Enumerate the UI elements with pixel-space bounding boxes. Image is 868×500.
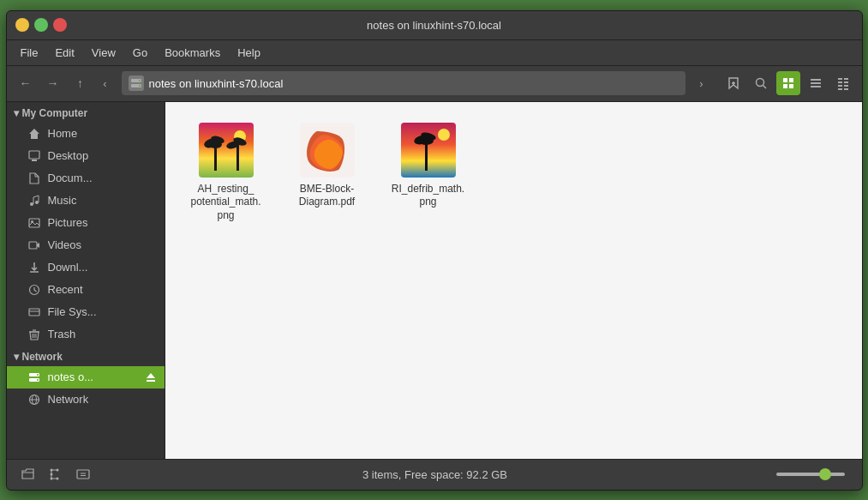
menu-help[interactable]: Help xyxy=(230,44,267,62)
svg-point-2 xyxy=(139,80,141,81)
svg-rect-15 xyxy=(838,78,842,80)
file-thumbnail xyxy=(199,123,254,178)
sidebar-item-home[interactable]: Home xyxy=(7,123,165,145)
recent-icon xyxy=(27,283,41,297)
svg-line-7 xyxy=(763,86,766,89)
sidebar-item-filesystem-label: File Sys... xyxy=(48,305,97,318)
restore-button[interactable]: ○ xyxy=(34,18,48,32)
statusbar: 3 items, Free space: 92.2 GB xyxy=(7,459,862,490)
svg-rect-16 xyxy=(844,78,848,80)
menu-edit[interactable]: Edit xyxy=(48,44,81,62)
forward-button[interactable]: → xyxy=(41,71,65,95)
sidebar-item-notes-label: notes o... xyxy=(48,370,93,383)
sidebar-item-recent[interactable]: Recent xyxy=(7,279,165,301)
window-title: notes on linuxhint-s70.local xyxy=(67,19,802,32)
file-thumbnail xyxy=(401,123,456,178)
music-icon xyxy=(27,194,41,208)
address-next-button[interactable]: › xyxy=(692,71,711,95)
sidebar-item-pictures[interactable]: Pictures xyxy=(7,212,165,234)
svg-rect-19 xyxy=(838,85,842,87)
grid-icon xyxy=(781,76,795,90)
info-icon xyxy=(76,467,90,481)
minimize-button[interactable]: − xyxy=(15,18,29,32)
tree-icon xyxy=(49,467,63,481)
file-name: RI_defrib_math.png xyxy=(392,183,464,209)
documents-icon xyxy=(27,172,41,185)
compact-icon xyxy=(836,76,850,90)
server-icon xyxy=(130,77,142,89)
chevron-down-icon-network: ▾ xyxy=(14,351,19,363)
grid-view-button[interactable] xyxy=(776,71,800,95)
sidebar-item-trash-label: Trash xyxy=(48,328,76,340)
main-area: ▾ My Computer Home Desktop Docum... xyxy=(7,102,862,459)
statusbar-folder-button[interactable] xyxy=(17,463,39,485)
compact-view-button[interactable] xyxy=(831,71,855,95)
svg-rect-8 xyxy=(783,78,787,82)
address-bar: notes on linuxhint-s70.local xyxy=(122,71,685,95)
list-item[interactable]: AH_resting_potential_math.png xyxy=(179,116,273,230)
statusbar-text: 3 items, Free space: 92.2 GB xyxy=(101,468,769,481)
statusbar-tree-button[interactable] xyxy=(45,463,67,485)
sidebar-item-music[interactable]: Music xyxy=(7,190,165,212)
sidebar-section-my-computer-label: My Computer xyxy=(22,107,88,119)
sidebar-item-network[interactable]: Network xyxy=(7,389,165,411)
toolbar-right xyxy=(721,71,855,95)
sidebar-item-documents-label: Docum... xyxy=(48,172,93,184)
thumbnail-ah xyxy=(199,123,254,178)
sidebar-item-trash[interactable]: Trash xyxy=(7,323,165,346)
sidebar-section-network[interactable]: ▾ Network xyxy=(7,346,165,366)
sidebar-item-filesystem[interactable]: File Sys... xyxy=(7,301,165,323)
bookmark-button[interactable] xyxy=(721,71,745,95)
menu-bookmarks[interactable]: Bookmarks xyxy=(158,44,227,62)
close-button[interactable]: × xyxy=(53,18,67,32)
menu-file[interactable]: File xyxy=(14,44,45,62)
svg-rect-29 xyxy=(29,242,37,249)
back-button[interactable]: ← xyxy=(14,71,38,95)
svg-rect-18 xyxy=(844,81,848,83)
list-item[interactable]: RI_defrib_math.png xyxy=(381,116,476,230)
address-prev-button[interactable]: ‹ xyxy=(96,71,115,95)
svg-point-40 xyxy=(37,379,39,381)
file-name: AH_resting_potential_math.png xyxy=(190,183,260,223)
svg-rect-10 xyxy=(783,84,787,88)
zoom-slider[interactable] xyxy=(776,473,845,476)
sidebar-item-downloads-label: Downl... xyxy=(48,261,88,274)
menubar: File Edit View Go Bookmarks Help xyxy=(7,40,862,66)
file-name: BME-Block-Diagram.pdf xyxy=(299,183,355,209)
svg-rect-11 xyxy=(789,84,793,88)
svg-point-25 xyxy=(30,202,33,206)
svg-rect-32 xyxy=(29,309,39,316)
svg-rect-24 xyxy=(32,160,37,161)
menu-view[interactable]: View xyxy=(85,44,123,62)
address-bar-icon xyxy=(129,75,144,91)
svg-marker-41 xyxy=(147,373,155,378)
eject-button[interactable] xyxy=(144,370,158,384)
sidebar-section-my-computer[interactable]: ▾ My Computer xyxy=(7,102,165,123)
statusbar-left xyxy=(17,463,94,485)
sidebar-section-network-label: Network xyxy=(22,351,63,363)
svg-rect-46 xyxy=(199,123,254,178)
svg-rect-42 xyxy=(147,380,155,382)
menu-go[interactable]: Go xyxy=(126,44,154,62)
home-icon xyxy=(27,127,41,141)
up-button[interactable]: ↑ xyxy=(69,71,93,95)
file-manager-window: − ○ × notes on linuxhint-s70.local File … xyxy=(6,10,863,491)
svg-rect-22 xyxy=(844,88,848,90)
sidebar-item-downloads[interactable]: Downl... xyxy=(7,256,165,279)
folder-icon xyxy=(21,467,35,481)
svg-rect-21 xyxy=(838,88,842,90)
sidebar-item-desktop[interactable]: Desktop xyxy=(7,145,165,167)
statusbar-info-button[interactable] xyxy=(72,463,94,485)
svg-point-39 xyxy=(37,374,39,376)
sidebar-item-documents[interactable]: Docum... xyxy=(7,167,165,190)
sidebar-item-home-label: Home xyxy=(48,127,78,140)
list-view-button[interactable] xyxy=(804,71,828,95)
svg-rect-13 xyxy=(811,82,821,84)
svg-rect-12 xyxy=(811,79,821,81)
list-item[interactable]: BME-Block-Diagram.pdf xyxy=(280,116,374,230)
svg-rect-20 xyxy=(844,85,848,87)
sidebar-item-notes-server[interactable]: notes o... xyxy=(7,366,165,389)
file-thumbnail xyxy=(300,123,355,178)
search-button[interactable] xyxy=(749,71,773,95)
sidebar-item-videos[interactable]: Videos xyxy=(7,234,165,256)
